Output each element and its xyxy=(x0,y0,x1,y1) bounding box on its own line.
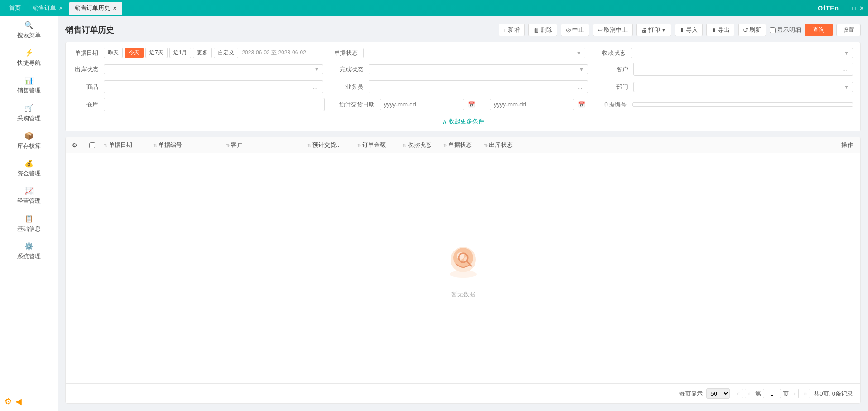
show-detail-checkbox[interactable] xyxy=(770,27,776,33)
window-controls: OfTEn — □ ✕ xyxy=(818,5,864,12)
customer-sort-icon: ⇅ xyxy=(226,143,230,148)
sidebar-item-purchase-mgmt[interactable]: 🛒 采购管理 xyxy=(0,99,58,127)
date-btn-today[interactable]: 今天 xyxy=(125,48,144,58)
import-button[interactable]: ⬇ 导入 xyxy=(675,24,703,36)
maximize-btn[interactable]: □ xyxy=(852,5,856,12)
doc-status-select[interactable]: ▼ xyxy=(363,48,585,58)
date-btn-last1m[interactable]: 近1月 xyxy=(169,48,192,58)
th-out-status[interactable]: ⇅ 出库状态 xyxy=(480,141,521,149)
goods-input[interactable]: ... xyxy=(104,80,323,93)
date-btn-more[interactable]: 更多 xyxy=(193,48,212,58)
tab-sales-order-label: 销售订单 xyxy=(33,4,56,12)
sidebar-item-search-menu[interactable]: 🔍 搜索菜单 xyxy=(0,16,58,44)
purchase-mgmt-icon: 🛒 xyxy=(24,104,34,112)
fund-mgmt-icon: 💰 xyxy=(24,159,34,168)
salesman-dots-icon[interactable]: ... xyxy=(575,82,584,91)
tab-sales-order[interactable]: 销售订单 ✕ xyxy=(27,2,68,15)
content-area: 销售订单历史 + 新增 🗑 删除 ⊘ 中止 ↩ 取消中止 xyxy=(58,16,868,411)
customer-dots-icon[interactable]: ... xyxy=(840,65,849,73)
page-last-btn[interactable]: » xyxy=(801,389,810,398)
table-settings-icon[interactable]: ⚙ xyxy=(72,142,77,149)
th-date[interactable]: ⇅ 单据日期 xyxy=(100,141,150,149)
date-btn-last7[interactable]: 近7天 xyxy=(145,48,168,58)
out-status-select[interactable]: ▼ xyxy=(104,64,323,74)
select-all-checkbox[interactable] xyxy=(89,142,95,148)
tab-sales-order-history[interactable]: 销售订单历史 ✕ xyxy=(69,2,122,15)
new-icon: + xyxy=(504,27,507,34)
sidebar-item-biz-mgmt[interactable]: 📈 经营管理 xyxy=(0,182,58,210)
sidebar-bottom: ⚙ ◀ xyxy=(0,392,58,411)
date-field: 昨天 今天 近7天 近1月 更多 自定义 2023-06-02 至 2023-0… xyxy=(104,48,318,58)
refresh-label: 刷新 xyxy=(749,26,761,34)
payment-status-select[interactable]: ▼ xyxy=(631,48,853,58)
top-bar: 首页 销售订单 ✕ 销售订单历史 ✕ OfTEn — □ ✕ xyxy=(0,0,868,16)
refresh-button[interactable]: ↺ 刷新 xyxy=(738,24,766,36)
th-payment-status[interactable]: ⇅ 收款状态 xyxy=(399,141,440,149)
doc-status-label: 单据状态 xyxy=(332,49,358,57)
th-delivery[interactable]: ⇅ 预计交货... xyxy=(304,141,354,149)
date-range-text: 2023-06-02 至 2023-06-02 xyxy=(242,49,306,57)
doc-number-input[interactable] xyxy=(632,102,853,107)
page-next-btn[interactable]: › xyxy=(791,389,799,398)
print-button[interactable]: 🖨 打印 ▼ xyxy=(636,24,671,36)
dept-select[interactable]: ▼ xyxy=(633,82,853,92)
sidebar-collapse-icon[interactable]: ◀ xyxy=(15,396,22,406)
minimize-btn[interactable]: — xyxy=(843,5,849,12)
delivery-date-separator: — xyxy=(479,101,488,108)
tab-sales-order-history-close[interactable]: ✕ xyxy=(113,5,117,11)
delivery-date-end-calendar-icon[interactable]: 📅 xyxy=(576,101,587,108)
complete-status-label: 完成状态 xyxy=(338,65,363,73)
delivery-date-start-input[interactable] xyxy=(380,99,464,110)
query-button[interactable]: 查询 xyxy=(805,24,833,36)
setting-button[interactable]: 设置 xyxy=(836,24,861,36)
show-detail-checkbox-label[interactable]: 显示明细 xyxy=(770,26,801,34)
th-checkbox[interactable] xyxy=(84,142,100,148)
sidebar-settings-icon[interactable]: ⚙ xyxy=(5,396,12,406)
tab-home[interactable]: 首页 xyxy=(4,2,26,15)
sidebar-item-quick-nav[interactable]: ⚡ 快捷导航 xyxy=(0,44,58,72)
th-doc-status[interactable]: ⇅ 单据状态 xyxy=(440,141,480,149)
quick-nav-icon: ⚡ xyxy=(24,48,34,57)
sidebar: 🔍 搜索菜单 ⚡ 快捷导航 📊 销售管理 🛒 采购管理 📦 库存核算 💰 资金管… xyxy=(0,16,58,411)
sidebar-item-fund-mgmt[interactable]: 💰 资金管理 xyxy=(0,155,58,182)
salesman-input[interactable]: ... xyxy=(369,80,588,93)
per-page-select[interactable]: 50 10 20 100 xyxy=(706,388,730,399)
filter-row-1: 单据日期 昨天 今天 近7天 近1月 更多 自定义 2023-06-02 至 2… xyxy=(73,48,853,58)
th-amount[interactable]: ⇅ 订单金额 xyxy=(354,141,399,149)
sidebar-item-sales-mgmt[interactable]: 📊 销售管理 xyxy=(0,72,58,99)
stop-button[interactable]: ⊘ 中止 xyxy=(561,24,589,36)
warehouse-dots-icon[interactable]: ... xyxy=(312,100,321,109)
sidebar-item-system-mgmt-label: 系统管理 xyxy=(17,252,41,261)
page-first-btn[interactable]: « xyxy=(734,389,743,398)
page-input[interactable] xyxy=(763,389,781,398)
delivery-date-end-input[interactable] xyxy=(490,99,574,110)
close-btn[interactable]: ✕ xyxy=(859,5,864,12)
refresh-icon: ↺ xyxy=(743,27,748,34)
print-icon: 🖨 xyxy=(641,27,647,34)
customer-input[interactable]: ... xyxy=(633,63,853,76)
sidebar-item-basic-info[interactable]: 📋 基础信息 xyxy=(0,210,58,237)
sidebar-item-inventory-calc[interactable]: 📦 库存核算 xyxy=(0,127,58,155)
th-settings[interactable]: ⚙ xyxy=(66,142,84,149)
delete-button[interactable]: 🗑 删除 xyxy=(528,24,557,36)
payment-sort-icon: ⇅ xyxy=(403,143,406,148)
complete-status-select[interactable]: ▼ xyxy=(369,64,588,74)
warehouse-input[interactable]: ... xyxy=(104,98,325,111)
sidebar-item-system-mgmt[interactable]: ⚙️ 系统管理 xyxy=(0,237,58,265)
goods-dots-icon[interactable]: ... xyxy=(311,82,319,91)
collapse-btn[interactable]: ∧ 收起更多条件 xyxy=(73,116,853,126)
sidebar-item-inventory-calc-label: 库存核算 xyxy=(17,142,41,150)
import-icon: ⬇ xyxy=(680,27,685,34)
tab-sales-order-close[interactable]: ✕ xyxy=(59,5,63,11)
delivery-date-start-calendar-icon[interactable]: 📅 xyxy=(466,101,477,108)
th-customer[interactable]: ⇅ 客户 xyxy=(222,141,304,149)
cancel-stop-button[interactable]: ↩ 取消中止 xyxy=(593,24,633,36)
date-btn-yesterday[interactable]: 昨天 xyxy=(104,48,123,58)
total-info: 共0页, 0条记录 xyxy=(814,390,853,398)
th-sn[interactable]: ⇅ 单据编号 xyxy=(150,141,222,149)
date-btn-custom[interactable]: 自定义 xyxy=(214,48,238,58)
export-button[interactable]: ⬆ 导出 xyxy=(706,24,734,36)
page-prev-btn[interactable]: ‹ xyxy=(745,389,753,398)
new-button[interactable]: + 新增 xyxy=(499,24,525,36)
th-payment-status-label: 收款状态 xyxy=(408,141,431,149)
